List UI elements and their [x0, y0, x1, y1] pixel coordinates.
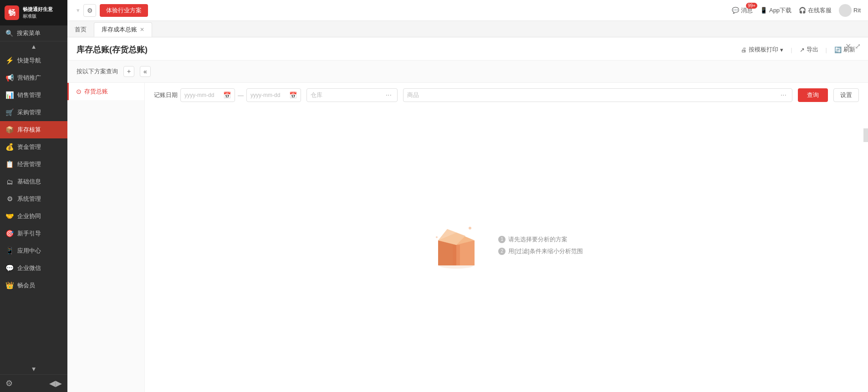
date-separator: — [238, 92, 244, 99]
sidebar-item-system[interactable]: ⚙ 系统管理 [0, 190, 67, 208]
topbar-left: ▾ ⚙ 体验行业方案 [75, 4, 728, 17]
message-icon: 💬 [732, 7, 739, 14]
empty-step-1: 1 请先选择要分析的方案 [498, 235, 582, 244]
sidebar-item-quick-nav[interactable]: ⚡ 快捷导航 [0, 52, 67, 69]
filter-bar: 按以下方案查询 ＋ « [67, 61, 868, 83]
settings-button[interactable]: 设置 [833, 88, 859, 102]
separator2: | [826, 46, 827, 53]
search-menu[interactable]: 🔍 搜索菜单 [0, 25, 67, 41]
empty-text: 1 请先选择要分析的方案 2 用[过滤]条件来缩小分析范围 [498, 235, 582, 259]
query-button[interactable]: 查询 [798, 88, 828, 102]
newbie-icon: 🎯 [5, 229, 14, 238]
goods-select[interactable]: 商品 ··· [403, 88, 792, 102]
home-tab-label: 首页 [75, 25, 87, 34]
print-label: 按模板打印 [749, 46, 778, 54]
avatar [839, 4, 852, 17]
query-row-1: 记账日期 yyyy-mm-dd 📅 — yyyy-mm-dd 📅 [154, 88, 859, 102]
sidebar-item-operation[interactable]: 📋 经营管理 [0, 156, 67, 173]
online-service-button[interactable]: 🎧 在线客服 [799, 6, 832, 15]
right-edge-indicator[interactable] [863, 128, 868, 142]
date-label: 记账日期 [154, 91, 178, 99]
sidebar-item-inventory[interactable]: 📦 库存核算 [0, 121, 67, 138]
sidebar-item-label: 基础信息 [17, 178, 41, 186]
online-service-label: 在线客服 [808, 6, 832, 15]
operation-icon: 📋 [5, 160, 14, 168]
svg-rect-6 [453, 245, 460, 265]
scheme-sidebar: ⊙ 存货总账 [67, 83, 145, 392]
goods-field: 商品 ··· [403, 88, 792, 102]
user-avatar[interactable]: Rit [839, 4, 861, 17]
close-panel-icon[interactable]: ✕ [845, 42, 851, 51]
topbar-gear-button[interactable]: ⚙ [83, 4, 96, 17]
content: 库存总账(存货总账) 🖨 按模板打印 ▾ | ↗ 导出 | 🔄 [67, 37, 868, 392]
inventory-ledger-tab-label: 库存成本总账 [102, 25, 137, 34]
headset-icon: 🎧 [799, 7, 806, 14]
breadcrumb-chevron-icon: ▾ [77, 7, 80, 14]
settings-bottom-button[interactable]: ⚙ [5, 378, 13, 388]
quick-nav-icon: ⚡ [5, 56, 14, 65]
collapse-button[interactable]: ◀▶ [49, 378, 62, 388]
date-end-placeholder: yyyy-mm-dd [250, 92, 280, 98]
sidebar-item-label: 企业微信 [17, 264, 41, 272]
filter-label: 按以下方案查询 [77, 67, 118, 76]
sidebar-item-finance[interactable]: 💰 资金管理 [0, 138, 67, 156]
sidebar-item-label: 经营管理 [17, 160, 41, 168]
sidebar-item-label: 营销推广 [17, 74, 41, 82]
sidebar-item-appstore[interactable]: 📱 应用中心 [0, 242, 67, 260]
sidebar-item-wechat[interactable]: 💬 企业微信 [0, 260, 67, 277]
sidebar-bottom: ⚙ ◀▶ [0, 374, 67, 392]
page-header: 库存总账(存货总账) 🖨 按模板打印 ▾ | ↗ 导出 | 🔄 [67, 37, 868, 61]
calendar-end-icon: 📅 [289, 92, 297, 99]
date-start-input[interactable]: yyyy-mm-dd 📅 [180, 88, 235, 102]
sidebar-scroll-down[interactable]: ▼ [0, 364, 67, 374]
sidebar-item-label: 资金管理 [17, 143, 41, 151]
filter-collapse-button[interactable]: « [140, 66, 151, 77]
sidebar-item-label: 应用中心 [17, 247, 41, 255]
print-dropdown-icon: ▾ [780, 46, 783, 53]
empty-step-1-label: 请先选择要分析的方案 [508, 235, 567, 244]
calendar-start-icon: 📅 [223, 92, 231, 99]
user-name: Rit [853, 7, 861, 14]
marketing-icon: 📢 [5, 74, 14, 82]
scheme-item-inventory-ledger[interactable]: ⊙ 存货总账 [67, 83, 144, 100]
date-end-input[interactable]: yyyy-mm-dd 📅 [246, 88, 301, 102]
empty-box-svg [430, 220, 485, 270]
gear-icon: ⚙ [87, 7, 93, 14]
sidebar-item-label: 采购管理 [17, 108, 41, 117]
sidebar-item-sales[interactable]: 📊 销售管理 [0, 87, 67, 104]
scheme-item-label: 存货总账 [84, 87, 108, 96]
print-icon: 🖨 [741, 46, 747, 53]
industry-solution-button[interactable]: 体验行业方案 [100, 4, 148, 17]
filter-add-button[interactable]: ＋ [123, 66, 134, 77]
date-start-placeholder: yyyy-mm-dd [184, 92, 214, 98]
goods-placeholder: 商品 [407, 91, 419, 99]
panel-controls: ✕ ⤢ [845, 42, 861, 51]
sidebar-scroll-up[interactable]: ▲ [0, 41, 67, 52]
export-icon: ↗ [800, 46, 805, 53]
export-button[interactable]: ↗ 导出 [796, 44, 822, 56]
sales-icon: 📊 [5, 91, 14, 99]
tab-inventory-ledger[interactable]: 库存成本总账 ✕ [94, 22, 152, 37]
message-button[interactable]: 💬 消息 99+ [732, 6, 753, 15]
tab-home[interactable]: 首页 [67, 22, 94, 37]
app-download-button[interactable]: 📱 App下载 [760, 6, 791, 15]
sidebar-item-marketing[interactable]: 📢 营销推广 [0, 69, 67, 87]
wechat-icon: 💬 [5, 264, 14, 272]
warehouse-select[interactable]: 仓库 ··· [306, 88, 398, 102]
sidebar-item-member[interactable]: 👑 畅会员 [0, 277, 67, 294]
appstore-icon: 📱 [5, 247, 14, 255]
empty-state: 1 请先选择要分析的方案 2 用[过滤]条件来缩小分析范围 [154, 107, 859, 387]
sidebar-item-basic[interactable]: 🗂 基础信息 [0, 173, 67, 190]
sidebar: 畅 畅捷通好生意 标准版 🔍 搜索菜单 ▲ ⚡ 快捷导航 📢 营销推广 📊 销售… [0, 0, 67, 392]
sidebar-item-purchase[interactable]: 🛒 采购管理 [0, 104, 67, 121]
expand-panel-icon[interactable]: ⤢ [855, 42, 861, 51]
separator: | [791, 46, 792, 53]
logo-icon: 畅 [5, 5, 19, 20]
empty-illustration [430, 220, 485, 275]
sidebar-item-enterprise[interactable]: 🤝 企业协同 [0, 208, 67, 225]
tab-close-icon[interactable]: ✕ [140, 26, 144, 33]
phone-icon: 📱 [760, 7, 767, 14]
print-button[interactable]: 🖨 按模板打印 ▾ [737, 44, 787, 56]
sidebar-item-newbie[interactable]: 🎯 新手引导 [0, 225, 67, 242]
sidebar-item-label: 新手引导 [17, 229, 41, 238]
